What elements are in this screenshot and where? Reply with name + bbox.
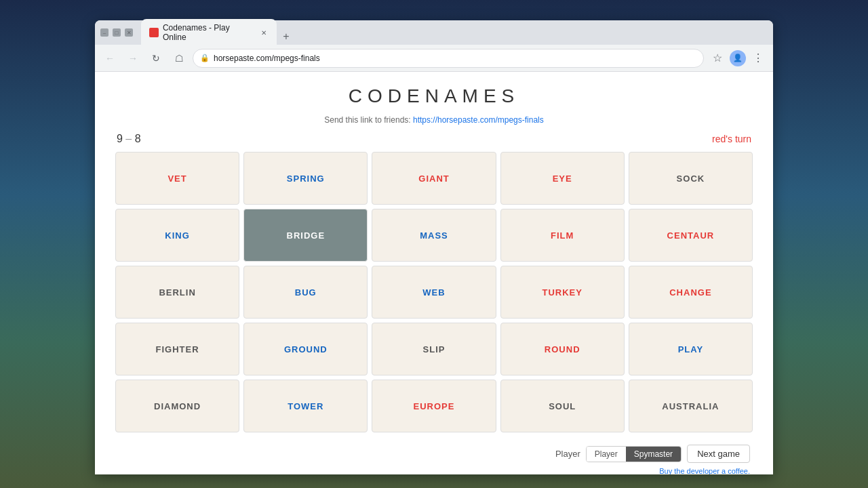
share-link-row: Send this link to friends: https://horse…	[115, 115, 753, 125]
card-spring[interactable]: SPRING	[243, 152, 368, 205]
browser-tab[interactable]: Codenames - Play Online ✕	[141, 19, 277, 46]
card-word: FILM	[551, 230, 574, 241]
card-berlin[interactable]: BERLIN	[115, 266, 239, 319]
game-grid: VETSPRINGGIANTEYESOCKKINGBRIDGEMASSFILMC…	[115, 152, 753, 432]
card-round[interactable]: ROUND	[500, 323, 625, 375]
card-word: SLIP	[423, 344, 446, 354]
card-change[interactable]: CHANGE	[629, 266, 753, 319]
card-word: BRIDGE	[287, 230, 326, 241]
card-word: SOUL	[549, 401, 576, 411]
turn-indicator: red's turn	[712, 134, 751, 144]
forward-button[interactable]: →	[123, 49, 142, 68]
card-fighter[interactable]: FIGHTER	[115, 323, 239, 375]
tab-close-button[interactable]: ✕	[259, 28, 269, 37]
home-button[interactable]: ☖	[170, 49, 189, 68]
card-centaur[interactable]: CENTAUR	[629, 209, 753, 262]
card-europe[interactable]: EUROPE	[372, 380, 496, 432]
card-turkey[interactable]: TURKEY	[500, 266, 625, 319]
card-word: BERLIN	[159, 287, 195, 298]
share-text: Send this link to friends:	[324, 115, 410, 125]
card-word: VET	[167, 174, 186, 184]
menu-button[interactable]: ⋮	[749, 49, 768, 68]
card-word: FIGHTER	[156, 344, 199, 354]
developer-note: Buy the developer a coffee.	[115, 467, 753, 474]
card-sock[interactable]: SOCK	[629, 152, 753, 205]
bottom-bar: Player Player Spymaster Next game	[115, 441, 753, 467]
card-bridge[interactable]: BRIDGE	[243, 209, 368, 262]
window-controls: – □ ✕	[100, 28, 133, 37]
card-word: GROUND	[284, 344, 328, 354]
card-word: EYE	[553, 174, 572, 184]
card-film[interactable]: FILM	[500, 209, 625, 262]
new-tab-button[interactable]: +	[277, 27, 296, 46]
user-avatar[interactable]: 👤	[730, 50, 746, 66]
card-word: BUG	[295, 287, 317, 298]
card-word: EUROPE	[414, 401, 455, 411]
card-play[interactable]: PLAY	[629, 323, 753, 375]
card-australia[interactable]: AUSTRALIA	[629, 380, 753, 432]
reload-button[interactable]: ↻	[146, 49, 165, 68]
nav-right-buttons: ☆ 👤 ⋮	[708, 49, 768, 68]
card-slip[interactable]: SLIP	[372, 323, 496, 375]
score-row: 9 – 8 red's turn	[115, 133, 753, 145]
card-vet[interactable]: VET	[115, 152, 239, 205]
developer-link[interactable]: Buy the developer a coffee.	[659, 467, 750, 474]
spymaster-toggle-button[interactable]: Spymaster	[626, 447, 681, 462]
card-word: GIANT	[418, 174, 449, 184]
title-bar: – □ ✕ Codenames - Play Online ✕ +	[95, 20, 773, 45]
card-word: DIAMOND	[154, 401, 201, 411]
close-button[interactable]: ✕	[125, 28, 133, 37]
bookmark-button[interactable]: ☆	[708, 49, 727, 68]
player-toggle-button[interactable]: Player	[587, 447, 626, 462]
card-word: SPRING	[287, 174, 325, 184]
card-mass[interactable]: MASS	[372, 209, 496, 262]
page-content: CODENAMES Send this link to friends: htt…	[95, 72, 773, 474]
card-word: TURKEY	[542, 287, 582, 298]
nav-bar: ← → ↻ ☖ 🔒 horsepaste.com/mpegs-finals ☆ …	[95, 45, 773, 72]
score-separator: –	[125, 133, 132, 144]
card-diamond[interactable]: DIAMOND	[115, 380, 239, 432]
card-word: MASS	[420, 230, 448, 241]
next-game-button[interactable]: Next game	[687, 445, 750, 463]
score-blue: 8	[135, 133, 141, 144]
url-text: horsepaste.com/mpegs-finals	[214, 54, 320, 63]
card-word: TOWER	[288, 401, 323, 411]
card-word: CENTAUR	[667, 230, 715, 241]
address-bar[interactable]: 🔒 horsepaste.com/mpegs-finals	[193, 49, 704, 68]
maximize-button[interactable]: □	[113, 28, 121, 37]
tab-favicon	[149, 28, 159, 37]
card-word: PLAY	[678, 344, 703, 354]
share-url-link[interactable]: https://horsepaste.com/mpegs-finals	[413, 115, 544, 125]
tab-bar: Codenames - Play Online ✕ +	[141, 19, 768, 46]
role-toggle: Player Spymaster	[586, 446, 682, 462]
card-web[interactable]: WEB	[372, 266, 496, 319]
card-word: SOCK	[677, 174, 705, 184]
player-label: Player	[555, 449, 580, 459]
tab-title: Codenames - Play Online	[163, 23, 255, 42]
card-word: CHANGE	[669, 287, 711, 298]
card-word: WEB	[422, 287, 445, 298]
page-title: CODENAMES	[115, 85, 753, 107]
minimize-button[interactable]: –	[100, 28, 108, 37]
lock-icon: 🔒	[200, 54, 210, 62]
card-tower[interactable]: TOWER	[243, 380, 368, 432]
back-button[interactable]: ←	[100, 49, 119, 68]
card-giant[interactable]: GIANT	[372, 152, 496, 205]
card-word: AUSTRALIA	[662, 401, 719, 411]
card-bug[interactable]: BUG	[243, 266, 368, 319]
card-word: ROUND	[545, 344, 580, 354]
card-ground[interactable]: GROUND	[243, 323, 368, 375]
browser-window: – □ ✕ Codenames - Play Online ✕ + ← → ↻ …	[95, 20, 773, 474]
card-soul[interactable]: SOUL	[500, 380, 625, 432]
score-display: 9 – 8	[117, 133, 141, 145]
card-king[interactable]: KING	[115, 209, 239, 262]
card-eye[interactable]: EYE	[500, 152, 625, 205]
card-word: KING	[165, 230, 190, 241]
score-red: 9	[117, 133, 123, 144]
